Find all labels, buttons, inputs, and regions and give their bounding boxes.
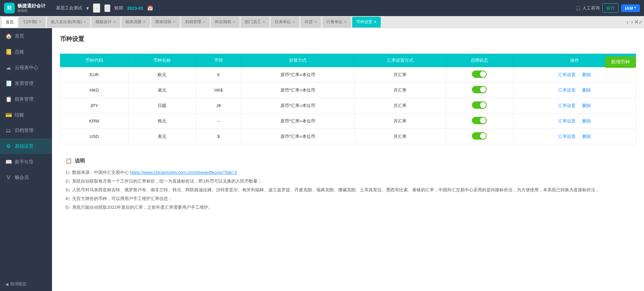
tab-label: 部门员工 <box>245 19 261 25</box>
period-label: 账期 <box>114 5 123 11</box>
sidebar-label-tax: 税务管理 <box>15 96 34 102</box>
sidebar-item-invoice[interactable]: 🧾 发票管理 <box>0 76 52 91</box>
logo-icon: 财 <box>4 3 15 13</box>
col-header-币种名称: 币种名称 <box>128 54 196 67</box>
rate-setting-link-1[interactable]: 汇率设置 <box>558 88 576 93</box>
rate-setting-link-4[interactable]: 汇率设置 <box>558 134 576 139</box>
table-body: EUR欧元€原币*汇率=本位币月汇率 汇率设置 删除 HKD港元HK$原币*汇率… <box>60 67 636 144</box>
toggle-cell-4 <box>445 129 514 144</box>
sidebar-footer-pin[interactable]: ◀ 取消固定 <box>0 277 52 291</box>
toggle-cell-1 <box>445 83 514 98</box>
sidebar-item-home[interactable]: 🏠 首页 <box>0 28 52 44</box>
tab-close-icon[interactable]: ✕ <box>203 20 206 24</box>
cell-1-row-0: 欧元 <box>128 67 196 83</box>
support-btn[interactable]: 🎧 人工咨询 <box>576 5 600 11</box>
company-dropdown-btn[interactable]: ▾ <box>86 5 89 11</box>
rate-setting-link-3[interactable]: 汇率设置 <box>558 118 576 124</box>
tab-period[interactable]: ℃(中期) ✕ <box>19 17 46 28</box>
tab-home[interactable]: 首页 <box>1 17 18 28</box>
actions-cell-1: 汇率设置 删除 <box>514 83 636 98</box>
table-row: JPY日圆J¥原币*汇率=本位币月汇率 汇率设置 删除 <box>60 98 636 113</box>
notes-link[interactable]: https://www.chinamoney.com.cn/chinese/bk… <box>130 170 237 175</box>
sidebar-item-settings[interactable]: ⚙ 基础设置 <box>0 138 52 154</box>
sidebar-label-invoice: 发票管理 <box>15 81 34 87</box>
sidebar-item-tax[interactable]: 📋 税务管理 <box>0 91 52 107</box>
tab-label: 首页 <box>6 19 14 25</box>
app-sub: 旗舰版 <box>17 8 46 13</box>
delete-link-1[interactable]: 删除 <box>582 88 591 93</box>
col-header-币种代码: 币种代码 <box>60 54 128 67</box>
cell-3-row-0: 原币*汇率=本位币 <box>241 67 355 83</box>
delete-link-2[interactable]: 删除 <box>582 103 591 108</box>
main-area: 🏠 首页 📒 总账 ☁ 云报表中心 🧾 发票管理 📋 税务管理 💳 结账 🗂 归… <box>0 28 644 291</box>
sidebar-label-guide: 新手引导 <box>15 159 34 165</box>
cell-3-row-2: 原币*汇率=本位币 <box>241 98 355 113</box>
cell-0-row-1: HKD <box>60 83 128 98</box>
sidebar-item-ledger[interactable]: 📒 总账 <box>0 44 52 60</box>
tab-contacts[interactable]: 往来单位 ✕ <box>271 17 299 28</box>
tab-close-icon[interactable]: ✕ <box>83 20 86 24</box>
tab-next-btn[interactable]: › <box>630 19 634 25</box>
cell-0-row-2: JPY <box>60 98 128 113</box>
tab-inventory[interactable]: 存货 ✕ <box>301 17 321 28</box>
table-row: EUR欧元€原币*汇率=本位币月汇率 汇率设置 删除 <box>60 67 636 83</box>
toggle-switch-4[interactable] <box>472 132 487 140</box>
guide-icon: 📖 <box>5 159 11 165</box>
tab-close-icon[interactable]: ✕ <box>314 20 317 24</box>
delete-link-4[interactable]: 删除 <box>582 134 591 139</box>
tab-close-icon[interactable]: ✕ <box>173 20 176 24</box>
settle-icon: 💳 <box>5 112 11 118</box>
tab-template[interactable]: 模版设计 ✕ <box>92 17 120 28</box>
cell-4-row-2: 月汇率 <box>355 98 445 113</box>
accounting-btn[interactable]: 会计 <box>602 3 619 13</box>
toggle-switch-1[interactable] <box>472 86 487 93</box>
new-currency-btn[interactable]: 新增币种 <box>605 56 636 68</box>
delete-link-3[interactable]: 删除 <box>582 118 591 124</box>
sidebar-item-cloud_report[interactable]: ☁ 云报表中心 <box>0 60 52 76</box>
tab-close-icon[interactable]: ✕ <box>344 20 347 24</box>
cell-0-row-4: USD <box>60 129 128 144</box>
cell-2-row-3: -- <box>196 113 241 129</box>
tab-close-icon[interactable]: ✕ <box>113 20 116 24</box>
tab-report[interactable]: 收入支出表(年报) ✕ <box>47 17 90 28</box>
tab-period_end[interactable]: 期末结转 ✕ <box>151 17 180 28</box>
sidebar-item-settle[interactable]: 💳 结账 <box>0 107 52 123</box>
tab-close-icon[interactable]: ✕ <box>374 20 377 24</box>
settings-gear-btn[interactable]: ⚙ <box>104 4 110 12</box>
tab-close-icon[interactable]: ✕ <box>232 20 235 24</box>
sidebar-item-guide[interactable]: 📖 新手引导 <box>0 154 52 170</box>
tab-prev-btn[interactable]: ‹ <box>625 19 630 25</box>
app-name: 畅捷通好会计 <box>17 3 46 9</box>
tab-close-icon[interactable]: ✕ <box>292 20 295 24</box>
tab-label: 收入支出表(年报) <box>51 19 82 25</box>
tab-dept[interactable]: 部门员工 ✕ <box>241 17 269 28</box>
rate-setting-link-0[interactable]: 汇率设置 <box>558 72 576 77</box>
toggle-switch-3[interactable] <box>472 117 487 124</box>
tab-close-icon[interactable]: ✕ <box>262 20 265 24</box>
add-tab-btn[interactable]: ＋ <box>93 3 100 13</box>
tab-archive[interactable]: 归档管理 ✕ <box>181 17 210 28</box>
toggle-switch-0[interactable] <box>472 70 487 78</box>
user-badge: iAM * <box>621 4 640 12</box>
sidebar-item-archive[interactable]: 🗂 归档管理 <box>0 123 52 138</box>
sidebar-item-member[interactable]: V 畅会员 <box>0 170 52 185</box>
delete-link-0[interactable]: 删除 <box>582 72 591 77</box>
tab-subjects[interactable]: 科目期初 ✕ <box>211 17 239 28</box>
cell-3-row-3: 原币*汇率=本位币 <box>241 113 355 129</box>
tab-currency[interactable]: 币种设置 ✕ <box>352 17 381 28</box>
tab-close-icon[interactable]: ✕ <box>39 20 42 24</box>
tab-expand-btn[interactable]: ⤢ <box>639 19 643 25</box>
cell-4-row-0: 月汇率 <box>355 67 445 83</box>
tab-units[interactable]: 计量单位 ✕ <box>322 17 351 28</box>
member-icon: V <box>5 175 11 181</box>
actions-cell-2: 汇率设置 删除 <box>514 98 636 113</box>
tab-close-icon[interactable]: ✕ <box>143 20 146 24</box>
rate-setting-link-2[interactable]: 汇率设置 <box>558 103 576 108</box>
tab-close-all-btn[interactable]: ✕ <box>634 19 639 25</box>
page-wrapper: 币种设置 新增币种 币种代码币种名称币符折算方式汇率设置方式启用状态操作 EUR… <box>52 28 644 291</box>
tab-tax[interactable]: 税表清册 ✕ <box>121 17 150 28</box>
toggle-switch-2[interactable] <box>472 101 487 109</box>
sidebar-label-archive: 归档管理 <box>15 128 34 134</box>
period-value: 2023-03 <box>127 6 143 11</box>
col-header-汇率设置方式: 汇率设置方式 <box>355 54 445 67</box>
